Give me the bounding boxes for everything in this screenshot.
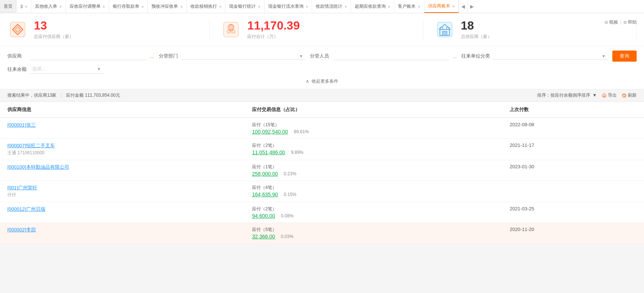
last-date-cell-3: [502, 181, 644, 202]
collapse-bar[interactable]: ∧ 收起更多条件: [7, 77, 637, 86]
filter-row-2: 往来余额 选择... ▼: [7, 65, 637, 74]
nav-tab-ar-ap-adj[interactable]: 应收应付调整单 ×: [66, 0, 109, 13]
tx-percent-4: 0.08%: [281, 213, 294, 218]
total-payable-label: 应付合计（万）: [247, 34, 300, 40]
filter-category: 往来单位分类 ▼: [461, 53, 608, 60]
nav-tab-3[interactable]: 3 ×: [17, 0, 31, 13]
close-tab-cash-bank-flow-icon[interactable]: ×: [306, 4, 308, 9]
nav-tab-supplier-book[interactable]: 供应商账本 ×: [424, 0, 459, 13]
supplier-dots[interactable]: ...: [150, 54, 154, 59]
tx-info-cell-5: 应付（5笔）32,366.000.03%: [245, 223, 502, 244]
tx-amount-0[interactable]: 100,092,540.00: [252, 129, 288, 135]
supplier-contact-1: 王通 17106110000: [7, 150, 237, 156]
nav-tab-cash-bank-stat[interactable]: 现金银行统计 ×: [225, 0, 264, 13]
supplier-link-1[interactable]: [000007]恒旺二手叉车: [7, 143, 55, 148]
category-select[interactable]: ▼: [492, 53, 608, 60]
close-tab-other-income-icon[interactable]: ×: [59, 4, 62, 9]
col-header-last-payment: 上次付数: [502, 102, 644, 118]
tx-info-cell-2: 应付（1笔）258,000.000.23%: [245, 160, 502, 181]
nav-tab-receipt-stat[interactable]: 收款情况统计 ×: [312, 0, 351, 13]
close-tab-supplier-book-icon[interactable]: ×: [452, 4, 455, 8]
close-tab-ar-ap-adj-icon[interactable]: ×: [103, 4, 105, 9]
close-tab-overdue-ar-icon[interactable]: ×: [388, 4, 390, 9]
summary-card-payable-suppliers: 13 总应付供应商（家）: [7, 19, 210, 40]
tx-label-0: 应付（15笔）: [252, 122, 495, 128]
tx-label-4: 应付（2笔）: [252, 206, 495, 212]
sort-select[interactable]: 排序：按应付余额倒序排序 ▼: [537, 92, 597, 99]
shop-icon: [434, 19, 455, 40]
close-tab-prepay-ar-icon[interactable]: ×: [180, 4, 182, 9]
last-date-cell-0: 2022-08-08: [502, 118, 644, 139]
nav-next-icon[interactable]: ▶: [468, 0, 476, 13]
close-tab-bank-deposit-icon[interactable]: ×: [141, 4, 144, 9]
sort-chevron-icon: ▼: [592, 93, 597, 98]
svg-rect-11: [442, 31, 447, 35]
table-row: [001]广州荣轩仔仔应付（4笔）164,635.900.15%: [0, 181, 644, 202]
supplier-input[interactable]: [30, 52, 147, 60]
filter-supplier: 供应商 ...: [7, 52, 154, 60]
supplier-info-cell-0: [000001]张三: [0, 118, 245, 139]
balance-select[interactable]: 选择... ▼: [30, 65, 103, 74]
payable-suppliers-label: 总应付供应商（家）: [34, 34, 74, 40]
table-row: [000012]广州贝瑞应付（2笔）94,600.000.08%2021-03-…: [0, 202, 644, 223]
nav-tab-customer-book[interactable]: 客户账本 ×: [394, 0, 424, 13]
diamond-icon: [7, 19, 28, 40]
tx-label-5: 应付（5笔）: [252, 227, 495, 233]
close-tab-cash-bank-stat-icon[interactable]: ×: [258, 4, 260, 9]
table-row: [000001]张三应付（15笔）100,092,540.0089.61%202…: [0, 118, 644, 139]
tx-percent-0: 89.61%: [294, 129, 309, 134]
refresh-icon: [622, 93, 626, 98]
result-bar: 搜索结果中，供应商13家 | 应付金额 111,703,854.00元 排序：按…: [0, 89, 644, 102]
tx-label-1: 应付（2笔）: [252, 142, 495, 149]
supplier-table-container: 供应商信息 应付交易信息（占比） 上次付数 [000001]张三应付（15笔）1…: [0, 102, 644, 244]
supplier-link-2[interactable]: [000100]本特勤油品有限公司: [7, 164, 69, 170]
tx-percent-2: 0.23%: [284, 171, 296, 176]
query-button[interactable]: 查询: [612, 51, 637, 62]
dept-label: 分管部门: [159, 53, 179, 59]
close-tab-customer-book-icon[interactable]: ×: [418, 4, 420, 9]
refresh-button[interactable]: 刷新: [622, 92, 637, 99]
nav-tab-receipt-verify[interactable]: 收款核销执行 ×: [187, 0, 225, 13]
filter-person: 分管人员 ...: [310, 52, 457, 60]
video-link[interactable]: ⊙ 视频: [605, 19, 618, 25]
tx-amount-3[interactable]: 164,635.90: [252, 192, 278, 197]
category-chevron-icon: ▼: [602, 54, 606, 58]
nav-tab-home[interactable]: 首页: [0, 0, 17, 13]
summary-card-total-payable: 11,170.39 应付合计（万）: [210, 19, 423, 40]
supplier-link-3[interactable]: [001]广州荣轩: [7, 185, 37, 190]
close-tab-receipt-stat-icon[interactable]: ×: [344, 4, 347, 9]
tx-amount-5[interactable]: 32,366.00: [252, 234, 275, 239]
dept-select[interactable]: ▼: [181, 53, 306, 60]
nav-tab-overdue-ar[interactable]: 超期应收款查询 ×: [351, 0, 394, 13]
tx-amount-1[interactable]: 11,051,486.00: [252, 149, 285, 155]
nav-prev-icon[interactable]: ◀: [459, 0, 468, 13]
tx-label-2: 应付（1笔）: [252, 164, 495, 170]
tx-percent-5: 0.03%: [281, 234, 294, 239]
filter-row-1: 供应商 ... 分管部门 ▼ 分管人员 ... 往来单位分类 ▼ 查询: [7, 51, 637, 62]
nav-tab-other-income[interactable]: 其他收入单 ×: [31, 0, 66, 13]
export-button[interactable]: 导出: [602, 92, 617, 99]
nav-tab-bank-deposit[interactable]: 银行存取款单 ×: [109, 0, 148, 13]
supplier-info-cell-4: [000012]广州贝瑞: [0, 202, 245, 223]
person-input[interactable]: [332, 52, 449, 60]
close-tab-receipt-verify-icon[interactable]: ×: [219, 4, 221, 9]
tx-amount-2[interactable]: 258,000.00: [252, 171, 278, 177]
col-header-supplier-info: 供应商信息: [0, 102, 245, 118]
supplier-info-cell-3: [001]广州荣轩仔仔: [0, 181, 245, 202]
last-date-cell-2: 2023-01-30: [502, 160, 644, 181]
close-tab-3-icon[interactable]: ×: [25, 4, 27, 9]
person-label: 分管人员: [310, 53, 330, 59]
supplier-link-0[interactable]: [000001]张三: [7, 122, 36, 128]
tx-info-cell-0: 应付（15笔）100,092,540.0089.61%: [245, 118, 502, 139]
nav-tab-cash-bank-flow[interactable]: 现金银行流水查询 ×: [265, 0, 312, 13]
supplier-link-4[interactable]: [000012]广州贝瑞: [7, 206, 45, 212]
tx-label-3: 应付（4笔）: [252, 185, 495, 191]
supplier-link-5[interactable]: [000002]李四: [7, 227, 36, 232]
last-date-cell-4: 2021-03-25: [502, 202, 644, 223]
payable-suppliers-value: 13: [34, 19, 74, 32]
nav-tab-prepay-ar[interactable]: 预收冲应收单 ×: [148, 0, 186, 13]
help-link[interactable]: ⊙ 帮助: [623, 19, 637, 25]
supplier-contact-3: 仔仔: [7, 192, 237, 198]
person-dots[interactable]: ...: [453, 54, 457, 59]
tx-amount-4[interactable]: 94,600.00: [252, 213, 275, 219]
